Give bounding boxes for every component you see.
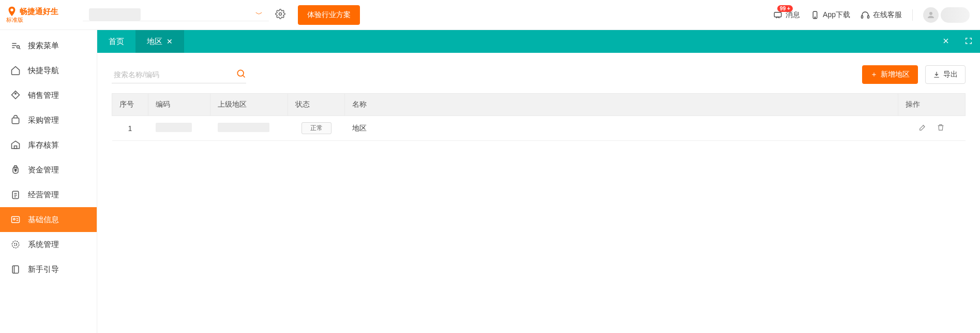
online-service-label: 在线客服 xyxy=(873,10,902,20)
header-actions: 99 + 消息 App下载 在线客服 xyxy=(773,7,970,23)
add-region-label: 新增地区 xyxy=(881,70,910,79)
status-badge: 正常 xyxy=(301,122,331,134)
delete-icon[interactable] xyxy=(937,125,945,133)
region-table: 序号 编码 上级地区 状态 名称 操作 1 xyxy=(112,93,966,141)
sidebar-item-guide[interactable]: 新手引导 xyxy=(0,257,97,282)
svg-point-0 xyxy=(279,13,282,16)
svg-line-11 xyxy=(20,48,21,49)
svg-rect-1 xyxy=(774,12,781,17)
app-download-label: App下载 xyxy=(823,10,850,20)
sidebar-item-funds[interactable]: ¥ 资金管理 xyxy=(0,157,97,182)
svg-text:¥: ¥ xyxy=(14,168,17,172)
avatar-icon xyxy=(923,7,939,23)
content-panel: ＋ 新增地区 导出 序号 编码 上级地区 状态 xyxy=(97,53,980,333)
guide-icon xyxy=(10,264,21,274)
svg-point-21 xyxy=(13,219,15,220)
svg-point-24 xyxy=(12,241,19,248)
sidebar-item-label: 搜索菜单 xyxy=(28,41,59,51)
sidebar-item-label: 基础信息 xyxy=(28,215,59,225)
tab-label: 地区 xyxy=(147,37,162,47)
tenant-name xyxy=(89,8,141,21)
user-menu[interactable] xyxy=(923,7,970,23)
col-name: 名称 xyxy=(345,94,898,116)
app-header: 畅捷通好生 标准版 ﹀ 体验行业方案 99 + 消息 App下载 在 xyxy=(0,0,980,30)
svg-point-3 xyxy=(815,17,816,18)
tenant-selector[interactable]: ﹀ xyxy=(83,8,269,21)
fullscreen-icon[interactable] xyxy=(957,37,980,47)
col-parent: 上级地区 xyxy=(210,94,288,116)
id-card-icon xyxy=(10,214,21,225)
edit-icon[interactable] xyxy=(918,125,929,133)
svg-rect-26 xyxy=(12,266,19,273)
gear-icon[interactable] xyxy=(275,9,285,21)
sidebar: 搜索菜单 快捷导航 销售管理 采购管理 库存核算 ¥ 资金管理 xyxy=(0,30,97,333)
brand-logo: 畅捷通好生 标准版 xyxy=(0,2,83,28)
export-label: 导出 xyxy=(943,70,958,79)
sidebar-item-basic-info[interactable]: 基础信息 xyxy=(0,207,97,232)
messages-button[interactable]: 99 + 消息 xyxy=(773,10,800,20)
svg-line-30 xyxy=(243,76,245,78)
svg-rect-5 xyxy=(868,16,869,18)
sidebar-item-sales[interactable]: 销售管理 xyxy=(0,83,97,108)
money-bag-icon: ¥ xyxy=(10,165,21,175)
cell-seq: 1 xyxy=(112,116,148,141)
svg-rect-4 xyxy=(862,16,863,18)
sidebar-item-label: 经营管理 xyxy=(28,190,59,200)
svg-rect-13 xyxy=(12,118,19,124)
svg-rect-20 xyxy=(12,216,20,223)
cell-code xyxy=(148,116,210,141)
sidebar-item-label: 资金管理 xyxy=(28,165,59,175)
svg-point-10 xyxy=(17,46,20,48)
cell-status: 正常 xyxy=(288,116,345,141)
plus-icon: ＋ xyxy=(870,70,878,79)
tag-icon xyxy=(10,90,21,100)
sidebar-item-search-menu[interactable]: 搜索菜单 xyxy=(0,33,97,58)
toolbar: ＋ 新增地区 导出 xyxy=(112,65,966,84)
promo-button[interactable]: 体验行业方案 xyxy=(298,5,360,25)
app-download-button[interactable]: App下载 xyxy=(810,10,850,20)
home-icon xyxy=(10,65,21,76)
sidebar-item-operations[interactable]: 经营管理 xyxy=(0,182,97,207)
svg-point-25 xyxy=(14,243,17,246)
brand-edition: 标准版 xyxy=(6,16,23,24)
chevron-down-icon: ﹀ xyxy=(255,10,263,19)
sidebar-item-quick-nav[interactable]: 快捷导航 xyxy=(0,58,97,83)
bag-icon xyxy=(10,115,21,125)
export-button[interactable]: 导出 xyxy=(925,65,966,84)
sidebar-item-system[interactable]: 系统管理 xyxy=(0,232,97,257)
col-seq: 序号 xyxy=(112,94,148,116)
search-input[interactable] xyxy=(112,66,236,83)
sidebar-item-label: 系统管理 xyxy=(28,240,59,250)
close-all-tabs-icon[interactable] xyxy=(934,37,957,47)
cell-ops xyxy=(898,116,966,141)
online-service-button[interactable]: 在线客服 xyxy=(861,10,902,20)
search-list-icon xyxy=(10,40,21,51)
export-icon xyxy=(933,71,940,78)
warehouse-icon xyxy=(10,140,21,150)
col-ops: 操作 xyxy=(898,94,966,116)
messages-badge: 99 + xyxy=(777,5,793,12)
tab-home[interactable]: 首页 xyxy=(97,30,135,53)
tab-region[interactable]: 地区 ✕ xyxy=(135,30,184,53)
svg-rect-14 xyxy=(14,146,17,149)
sidebar-item-label: 新手引导 xyxy=(28,265,59,274)
tab-label: 首页 xyxy=(109,37,124,47)
user-pill xyxy=(941,7,970,23)
search-wrap xyxy=(112,66,246,83)
add-region-button[interactable]: ＋ 新增地区 xyxy=(862,65,918,84)
divider xyxy=(912,9,913,21)
cell-name: 地区 xyxy=(345,116,898,141)
search-icon[interactable] xyxy=(236,68,246,80)
sidebar-item-label: 采购管理 xyxy=(28,115,59,125)
col-code: 编码 xyxy=(148,94,210,116)
cell-parent xyxy=(210,116,288,141)
main-area: 首页 地区 ✕ xyxy=(97,30,980,333)
sidebar-item-purchase[interactable]: 采购管理 xyxy=(0,108,97,133)
close-icon[interactable]: ✕ xyxy=(167,37,173,46)
sidebar-item-label: 快捷导航 xyxy=(28,66,59,76)
headset-icon xyxy=(861,10,870,20)
brand-name: 畅捷通好生 xyxy=(20,7,58,17)
sidebar-item-inventory[interactable]: 库存核算 xyxy=(0,133,97,157)
phone-icon xyxy=(810,10,820,20)
sidebar-item-label: 销售管理 xyxy=(28,91,59,100)
